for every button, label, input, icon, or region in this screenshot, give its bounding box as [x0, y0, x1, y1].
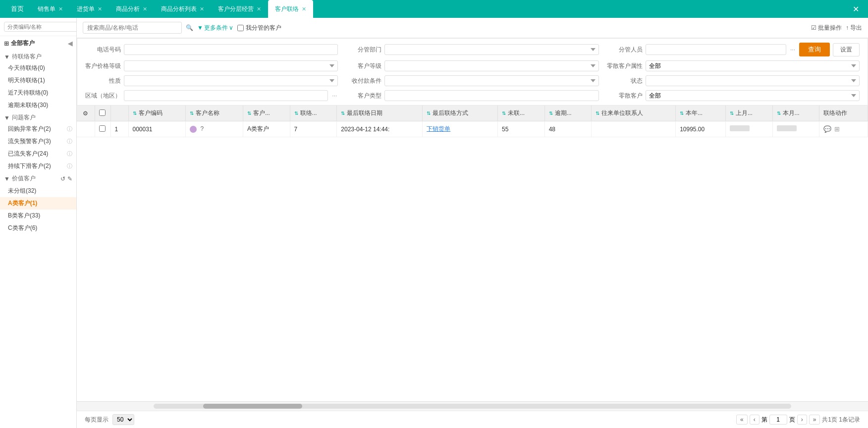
- nav-goods-analysis[interactable]: 商品分析 ✕: [109, 0, 154, 18]
- table-header-gear[interactable]: ⚙: [77, 106, 95, 121]
- sidebar-item-unclassified[interactable]: 未分组(32): [0, 185, 76, 197]
- nature-select[interactable]: [124, 75, 338, 86]
- sidebar-item-a-class[interactable]: A类客户(1): [0, 197, 76, 210]
- filter-row-customer-type: 客户类型: [346, 90, 598, 101]
- region-dots[interactable]: ···: [331, 92, 338, 99]
- edit-icon[interactable]: ✎: [67, 175, 72, 182]
- table-header-name[interactable]: ⇅客户名称: [186, 106, 243, 121]
- main-layout: 🔍 ⊞ 全部客户 ◀ ▼ 待联络客户 今天待联络(0) 明天待联络(1) 近7天…: [0, 18, 868, 428]
- sidebar-value-group: ▼ 价值客户 ↺ ✎: [0, 172, 76, 185]
- customer-level-select[interactable]: [384, 60, 598, 71]
- retail-attr-select[interactable]: 全部: [646, 60, 860, 71]
- sidebar-item-b-class[interactable]: B类客户(33): [0, 210, 76, 222]
- nav-sales[interactable]: 销售单 ✕: [31, 0, 70, 18]
- page-of-label: 页: [789, 416, 795, 424]
- grid-icon: ⊞: [4, 40, 9, 47]
- row-checkbox[interactable]: [99, 125, 106, 132]
- nav-home[interactable]: 首页: [4, 0, 31, 18]
- close-sales-icon[interactable]: ✕: [58, 6, 63, 12]
- prev-page-button[interactable]: ‹: [750, 415, 760, 425]
- export-button[interactable]: ↑ 导出: [846, 24, 862, 32]
- qr-action-icon[interactable]: ⊞: [834, 125, 840, 133]
- table-header-unit-contact[interactable]: ⇅往来单位联系人: [592, 106, 676, 121]
- next-page-button[interactable]: ›: [797, 415, 807, 425]
- filter-search-input[interactable]: [83, 22, 182, 34]
- sidebar-item-repurchase-abnormal[interactable]: 回购异常客户(2) ⓘ: [0, 123, 76, 135]
- region-input[interactable]: [124, 90, 328, 101]
- page-number-input[interactable]: [769, 415, 787, 425]
- filter-search-icon[interactable]: 🔍: [186, 24, 193, 31]
- close-goods-analysis-list-icon[interactable]: ✕: [200, 6, 204, 12]
- sidebar-item-declining[interactable]: 持续下滑客户(2) ⓘ: [0, 160, 76, 172]
- first-page-button[interactable]: «: [736, 415, 748, 425]
- nav-purchase[interactable]: 进货单 ✕: [70, 0, 109, 18]
- table-cell-code: 000031: [128, 121, 186, 137]
- close-purchase-icon[interactable]: ✕: [98, 6, 102, 12]
- customer-type-input[interactable]: [384, 90, 598, 101]
- sidebar-item-tomorrow[interactable]: 明天待联络(1): [0, 74, 76, 87]
- per-page-select[interactable]: 50: [112, 414, 134, 425]
- table-header-last-contact-method[interactable]: ⇅最后联络方式: [423, 106, 498, 121]
- table-header-last-contact-date[interactable]: ⇅最后联络日期: [337, 106, 423, 121]
- sidebar-item-churn-warning[interactable]: 流失预警客户(3) ⓘ: [0, 135, 76, 148]
- info-icon-3: ⓘ: [67, 162, 72, 170]
- query-button[interactable]: 查询: [799, 43, 830, 56]
- pagination: 每页显示 50 « ‹ 第 页 › » 共1页 1条记录: [77, 411, 868, 428]
- price-level-select[interactable]: [124, 60, 338, 71]
- table-header-last-month[interactable]: ⇅上月...: [725, 106, 772, 121]
- table-header-code[interactable]: ⇅客户编码: [128, 106, 186, 121]
- nav-customer-contact[interactable]: 客户联络 ✕: [268, 0, 313, 18]
- close-customer-contact-icon[interactable]: ✕: [302, 6, 306, 12]
- sidebar-item-c-class[interactable]: C类客户(6): [0, 222, 76, 234]
- refresh-icon[interactable]: ↺: [60, 175, 65, 182]
- export-icon: ↑: [846, 24, 849, 31]
- sidebar-item-overdue[interactable]: 逾期未联络(30): [0, 99, 76, 111]
- filter-row-nature: 性质: [85, 75, 338, 86]
- last-page-button[interactable]: »: [809, 415, 820, 425]
- my-customers-filter[interactable]: 我分管的客户: [237, 24, 281, 32]
- status-select[interactable]: [646, 75, 860, 86]
- manager-dots[interactable]: ···: [789, 46, 796, 53]
- nav-goods-analysis-list[interactable]: 商品分析列表 ✕: [154, 0, 211, 18]
- table-header-contact[interactable]: ⇅联络...: [290, 106, 337, 121]
- retail-customer-select[interactable]: 全部: [646, 90, 860, 101]
- table-cell-name[interactable]: ?: [186, 121, 243, 137]
- batch-op-button[interactable]: ☑ 批量操作: [811, 24, 842, 32]
- scrollbar-thumb[interactable]: [203, 404, 302, 409]
- table-container: ⚙ ⇅客户编码 ⇅客户名称 ⇅客户... ⇅联络... ⇅最后联络日期 ⇅最后联…: [77, 106, 868, 401]
- table-header-type[interactable]: ⇅客户...: [243, 106, 290, 121]
- filter-row-retail-customer: 零散客户 全部: [607, 90, 860, 101]
- info-icon-0: ⓘ: [67, 125, 72, 133]
- table-header-overdue[interactable]: ⇅逾期...: [544, 106, 592, 121]
- filter-more-btn[interactable]: ▼ 更多条件 ∨: [197, 24, 233, 32]
- table-header-this-year[interactable]: ⇅本年...: [676, 106, 726, 121]
- nav-customer-segment[interactable]: 客户分层经营 ✕: [211, 0, 268, 18]
- table-header-this-month[interactable]: ⇅本月...: [772, 106, 819, 121]
- sidebar-item-today[interactable]: 今天待联络(0): [0, 62, 76, 74]
- filter-row-price-level: 客户价格等级: [85, 60, 338, 71]
- scrollbar-row: [77, 401, 868, 411]
- settings-button[interactable]: 设置: [833, 43, 860, 56]
- close-customer-segment-icon[interactable]: ✕: [257, 6, 261, 12]
- sidebar-item-7days[interactable]: 近7天待联络(0): [0, 87, 76, 99]
- sidebar-item-churned[interactable]: 已流失客户(24) ⓘ: [0, 148, 76, 160]
- manager-input[interactable]: [646, 44, 786, 55]
- phone-input[interactable]: [124, 44, 338, 55]
- chat-action-icon[interactable]: 💬: [823, 125, 831, 133]
- table-cell-last-contact-method[interactable]: 下销货单: [423, 121, 498, 137]
- status-label: 状态: [607, 77, 643, 85]
- window-close-button[interactable]: ✕: [848, 4, 864, 14]
- payment-select[interactable]: [384, 75, 598, 86]
- close-goods-analysis-icon[interactable]: ✕: [143, 6, 147, 12]
- my-customers-checkbox[interactable]: [237, 25, 244, 31]
- horizontal-scrollbar[interactable]: [154, 404, 791, 409]
- table-cell-unit-contact: [592, 121, 676, 137]
- page-label: 第: [761, 416, 767, 424]
- select-all-checkbox[interactable]: [99, 109, 106, 116]
- phone-label: 电话号码: [85, 46, 121, 54]
- dept-select[interactable]: [384, 44, 598, 55]
- table-cell-no-contact: 55: [497, 121, 544, 137]
- sidebar-all-customers[interactable]: ⊞ 全部客户 ◀: [0, 36, 76, 51]
- table-header-no-contact[interactable]: ⇅未联...: [497, 106, 544, 121]
- sidebar-search-input[interactable]: [4, 22, 77, 32]
